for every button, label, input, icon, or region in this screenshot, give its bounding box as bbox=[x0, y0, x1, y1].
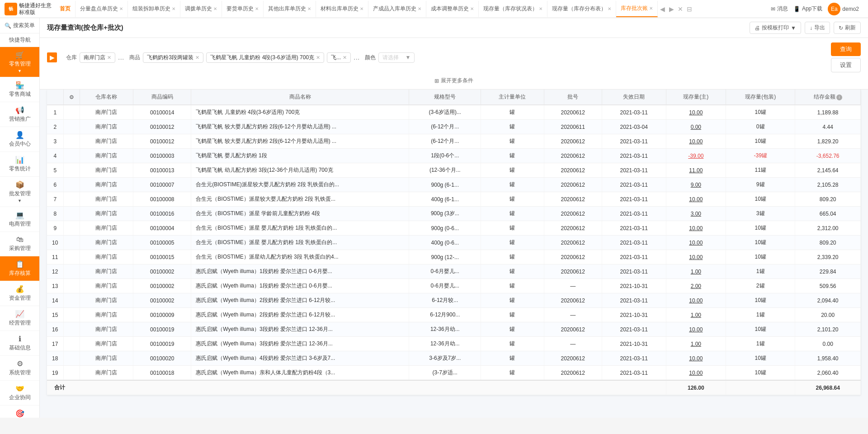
cell-name: 惠氏启赋（Wyeth illuma）亲和人体儿童配方奶粉4段（3... bbox=[191, 366, 409, 381]
tab-batch-charge[interactable]: 库存批次账 ✕ bbox=[616, 1, 658, 17]
cell-stock-main[interactable]: -39.00 bbox=[666, 149, 726, 163]
product-tag-2[interactable]: 飞鹤星飞帆 儿童奶粉 4段(3-6岁适用) 700克 ✕ bbox=[206, 52, 324, 63]
cell-stock-pack: 2罐 bbox=[726, 279, 795, 293]
cell-stock-main[interactable]: 10.00 bbox=[666, 192, 726, 207]
tab-requisition[interactable]: 要货单历史 ✕ bbox=[222, 1, 264, 17]
cell-stock-main[interactable]: 10.00 bbox=[666, 322, 726, 337]
btn-template-print[interactable]: 🖨 按模板打印 ▼ bbox=[750, 22, 801, 34]
cell-balance: -3,652.76 bbox=[795, 149, 861, 163]
product-tag-2-close[interactable]: ✕ bbox=[316, 55, 320, 61]
message-btn[interactable]: ✉ 消息 bbox=[771, 5, 788, 13]
warehouse-more-dots[interactable]: ... bbox=[118, 53, 124, 61]
sidebar-item-ecommerce[interactable]: 💻 电商管理 bbox=[0, 207, 39, 232]
product-tag-1[interactable]: 飞鹤奶粉3段两罐装 ✕ bbox=[143, 52, 203, 63]
filter-expand-arrow[interactable]: ▶ bbox=[47, 52, 57, 62]
cell-batch: 20200612 bbox=[544, 366, 602, 381]
dropdown-arrow: ▼ bbox=[791, 25, 796, 31]
sidebar-item-system[interactable]: ⚙ 系统管理 bbox=[0, 356, 39, 381]
tab-next-arrow[interactable]: ▶ bbox=[667, 1, 676, 17]
cell-stock-main[interactable]: 9.00 bbox=[666, 178, 726, 192]
table-container[interactable]: ⚙ 仓库名称 商品编码 商品名称 规格型号 主计量单位 批号 失效日期 现存量(… bbox=[40, 90, 868, 418]
warehouse-tag-close[interactable]: ✕ bbox=[107, 55, 111, 61]
tab-menu-arrow[interactable]: ⊟ bbox=[685, 1, 694, 17]
cell-expiry: 2021-03-11 bbox=[602, 366, 666, 381]
cell-stock-main[interactable]: 2.00 bbox=[666, 279, 726, 293]
sidebar-item-retail-stats[interactable]: 📊 零售统计 bbox=[0, 152, 39, 177]
sidebar-item-guide[interactable]: 🎯 新手引导 bbox=[0, 406, 39, 418]
cell-balance: 4.44 bbox=[795, 120, 861, 134]
balance-info-icon[interactable]: i bbox=[836, 94, 842, 100]
cell-stock-main[interactable]: 0.00 bbox=[666, 120, 726, 134]
cell-warehouse: 南岸门店 bbox=[80, 322, 133, 337]
cell-stock-main[interactable]: 10.00 bbox=[666, 250, 726, 264]
cell-name: 飞鹤星飞帆 幼儿配方奶粉 3段(12-36个月幼儿适用) 700克 bbox=[191, 163, 409, 178]
tab-split-inventory[interactable]: 分量盘点单历史 ✕ bbox=[75, 1, 128, 17]
sidebar-item-member[interactable]: 👤 会员中心 bbox=[0, 127, 39, 152]
sidebar-item-retail[interactable]: 🛒 零售管理 ▼ bbox=[0, 47, 39, 77]
cell-idx: 19 bbox=[47, 366, 63, 381]
sidebar-item-marketing[interactable]: 📢 营销推广 bbox=[0, 102, 39, 127]
tab-prev-arrow[interactable]: ◀ bbox=[658, 1, 667, 17]
sidebar-item-wholesale[interactable]: 📦 批发管理 ▼ bbox=[0, 177, 39, 207]
tab-home[interactable]: 首页 bbox=[55, 1, 75, 17]
app-download-btn[interactable]: 📱 App下载 bbox=[793, 5, 822, 13]
sidebar-quick-nav[interactable]: 快捷导航 bbox=[0, 33, 39, 47]
color-select[interactable]: 请选择 ▼ bbox=[378, 52, 415, 63]
user-avatar-area[interactable]: Ea demo2 bbox=[828, 3, 859, 15]
tab-stock-status[interactable]: 现存量（库存状况表） ✕ bbox=[479, 1, 547, 17]
tab-stock-dist[interactable]: 现存量（库存分布表） ✕ bbox=[547, 1, 616, 17]
sidebar-item-enterprise[interactable]: 🤝 企业协同 bbox=[0, 381, 39, 406]
sidebar-item-operations[interactable]: 📈 经营管理 bbox=[0, 306, 39, 331]
cell-balance: 0.00 bbox=[795, 337, 861, 351]
col-setting[interactable]: ⚙ bbox=[63, 90, 80, 105]
warehouse-tag[interactable]: 南岸门店 ✕ bbox=[80, 52, 115, 63]
cell-spec: 12-36月幼... bbox=[409, 322, 481, 337]
cell-stock-main[interactable]: 11.00 bbox=[666, 163, 726, 178]
tab-other-out[interactable]: 其他出库单历史 ✕ bbox=[264, 1, 316, 17]
cell-stock-main[interactable]: 3.00 bbox=[666, 207, 726, 221]
sidebar-item-retail-shop[interactable]: 🏪 零售商城 bbox=[0, 77, 39, 102]
tab-close-all[interactable]: ✕ bbox=[676, 1, 685, 17]
tab-transfer[interactable]: 调拨单历史 ✕ bbox=[180, 1, 222, 17]
cell-stock-pack: 10罐 bbox=[726, 105, 795, 120]
btn-export[interactable]: ↓ 导出 bbox=[805, 22, 830, 34]
cell-stock-main[interactable]: 1.00 bbox=[666, 264, 726, 279]
cell-expiry: 2021-03-11 bbox=[602, 163, 666, 178]
cell-stock-main[interactable]: 10.00 bbox=[666, 134, 726, 149]
cell-stock-main[interactable]: 10.00 bbox=[666, 351, 726, 366]
tab-product-in[interactable]: 产成品入库单历史 ✕ bbox=[368, 1, 426, 17]
tab-cost-adjust[interactable]: 成本调整单历史 ✕ bbox=[426, 1, 479, 17]
cell-idx: 2 bbox=[47, 120, 63, 134]
cell-stock-main[interactable]: 10.00 bbox=[666, 221, 726, 236]
cell-batch: — bbox=[544, 308, 602, 322]
cell-stock-main[interactable]: 10.00 bbox=[666, 105, 726, 120]
cell-stock-main[interactable]: 10.00 bbox=[666, 366, 726, 381]
cell-setting bbox=[63, 279, 80, 293]
page-header: 现存量查询(按仓库+批次) 🖨 按模板打印 ▼ ↓ 导出 ↻ 刷新 bbox=[40, 18, 868, 38]
expand-chevron: ⊞ bbox=[434, 78, 439, 84]
product-more-dots[interactable]: ... bbox=[354, 53, 359, 61]
expand-toggle[interactable]: ⊞ 展开更多条件 bbox=[47, 77, 861, 85]
sidebar-search[interactable]: 🔍 搜索英单 bbox=[0, 18, 39, 33]
product-tag-3-close[interactable]: ✕ bbox=[343, 55, 347, 61]
btn-refresh[interactable]: ↻ 刷新 bbox=[834, 22, 861, 34]
btn-search[interactable]: 查询 bbox=[831, 42, 861, 56]
sidebar-item-inventory[interactable]: 📋 库存核算 bbox=[0, 256, 39, 281]
table-row: 4 南岸门店 00100003 飞鹤星飞帆 婴儿配方奶粉 1段 1段(0-6个.… bbox=[47, 149, 861, 163]
cell-stock-main[interactable]: 10.00 bbox=[666, 293, 726, 308]
sidebar-item-finance[interactable]: 💰 资金管理 bbox=[0, 281, 39, 306]
sidebar-item-basics[interactable]: ℹ 基础信息 bbox=[0, 331, 39, 356]
cell-stock-main[interactable]: 1.00 bbox=[666, 337, 726, 351]
table-row: 11 南岸门店 00100015 合生元（BIOSTIME）派星幼儿配方奶粉 3… bbox=[47, 250, 861, 264]
cell-stock-main[interactable]: 1.00 bbox=[666, 308, 726, 322]
product-tag-3[interactable]: 飞... ✕ bbox=[327, 52, 351, 63]
cell-code: 00100019 bbox=[133, 337, 191, 351]
product-label: 商品 bbox=[129, 54, 140, 61]
product-tag-1-close[interactable]: ✕ bbox=[195, 55, 199, 61]
sidebar-item-purchase[interactable]: 🛍 采购管理 bbox=[0, 232, 39, 256]
tab-disassemble[interactable]: 组装拆卸单历史 ✕ bbox=[128, 1, 180, 17]
cell-stock-main[interactable]: 10.00 bbox=[666, 236, 726, 250]
btn-settings-filter[interactable]: 设置 bbox=[831, 58, 861, 72]
table-body: 1 南岸门店 00100014 飞鹤星飞帆 儿童奶粉 4段(3-6岁适用) 70… bbox=[47, 105, 861, 395]
tab-material-out[interactable]: 材料出库单历史 ✕ bbox=[316, 1, 368, 17]
